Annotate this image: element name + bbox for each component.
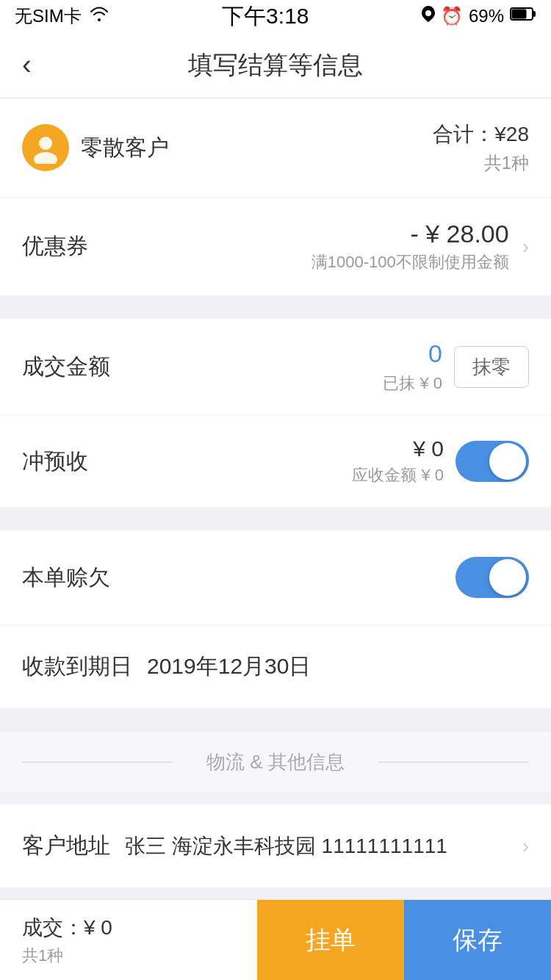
wifi-icon	[89, 6, 109, 26]
deal-amount-value: 0	[383, 339, 442, 368]
separator-4	[0, 793, 551, 804]
battery-percent: 69%	[469, 6, 504, 26]
coupon-desc: 满1000-100不限制使用金额	[311, 251, 509, 273]
customer-summary: 合计：¥28 共1种	[433, 120, 529, 175]
deal-amount-content: 0 已抹 ¥ 0	[383, 339, 442, 394]
hang-button[interactable]: 挂单	[257, 900, 404, 980]
status-bar-right: ⏰ 69%	[422, 6, 536, 26]
coupon-label: 优惠券	[22, 231, 88, 262]
carrier-text: 无SIM卡	[15, 4, 82, 28]
prepayment-toggle-container	[455, 441, 529, 482]
customer-total: 合计：¥28	[433, 120, 529, 148]
save-button[interactable]: 保存	[404, 900, 551, 980]
customer-section: 零散客户 合计：¥28 共1种 优惠券 - ¥ 28.00 满1000-100不…	[0, 98, 551, 295]
debt-toggle-container	[455, 557, 529, 598]
chevron-right-icon: ›	[522, 235, 529, 259]
customer-name: 零散客户	[81, 133, 169, 163]
svg-rect-1	[533, 11, 536, 17]
address-section: 客户地址 张三 海淀永丰科技园 11111111111 ›	[0, 804, 551, 887]
prepayment-row: 冲预收 ¥ 0 应收金额 ¥ 0	[0, 416, 551, 507]
alarm-icon: ⏰	[441, 6, 463, 26]
back-button[interactable]: ‹	[22, 49, 32, 81]
divider-right	[378, 762, 529, 763]
debt-section: 本单赊欠 收款到期日 2019年12月30日	[0, 530, 551, 708]
bottom-bar: 成交：¥ 0 共1种 挂单 保存	[0, 899, 551, 980]
status-time: 下午3:18	[222, 1, 309, 32]
debt-toggle[interactable]	[455, 557, 529, 598]
divider-left	[22, 762, 173, 763]
debt-row: 本单赊欠	[0, 530, 551, 624]
deal-amount-label: 成交金额	[22, 352, 110, 382]
logistics-label: 物流 & 其他信息	[206, 749, 345, 775]
deal-amount-row: 成交金额 0 已抹 ¥ 0 抹零	[0, 319, 551, 416]
svg-rect-2	[511, 10, 526, 19]
svg-point-4	[34, 152, 57, 164]
svg-point-3	[39, 137, 52, 150]
coupon-amount: - ¥ 28.00	[311, 220, 509, 248]
address-chevron-icon: ›	[522, 835, 529, 858]
amount-section: 成交金额 0 已抹 ¥ 0 抹零 冲预收 ¥ 0 应收金额 ¥ 0	[0, 319, 551, 507]
bottom-deal-info: 成交：¥ 0 共1种	[0, 900, 257, 980]
due-date-label: 收款到期日	[22, 652, 132, 682]
prepayment-toggle[interactable]	[455, 441, 529, 482]
coupon-content: - ¥ 28.00 满1000-100不限制使用金额	[311, 220, 509, 273]
nav-title: 填写结算等信息	[188, 48, 363, 82]
coupon-row[interactable]: 优惠券 - ¥ 28.00 满1000-100不限制使用金额 ›	[0, 197, 551, 295]
due-date-value: 2019年12月30日	[147, 652, 311, 682]
customer-row: 零散客户 合计：¥28 共1种	[0, 98, 551, 197]
debt-toggle-knob	[489, 559, 526, 596]
due-date-row: 收款到期日 2019年12月30日	[0, 624, 551, 708]
logistics-divider: 物流 & 其他信息	[0, 749, 551, 775]
debt-label: 本单赊欠	[22, 563, 110, 593]
battery-icon	[510, 6, 536, 26]
bottom-deal-text: 成交：¥ 0	[22, 914, 235, 942]
prepayment-value: ¥ 0	[352, 436, 444, 461]
bottom-deal-value: ¥ 0	[84, 916, 112, 939]
separator-1	[0, 307, 551, 319]
bottom-deal-label: 成交：	[22, 916, 84, 939]
prepayment-sub: 应收金额 ¥ 0	[352, 464, 444, 486]
address-label: 客户地址	[22, 831, 110, 861]
location-icon	[422, 6, 435, 26]
address-value: 张三 海淀永丰科技园 11111111111	[125, 832, 516, 860]
deal-amount-sub: 已抹 ¥ 0	[383, 372, 442, 394]
nav-bar: ‹ 填写结算等信息	[0, 32, 551, 98]
status-bar-left: 无SIM卡	[15, 4, 109, 28]
customer-count: 共1种	[433, 151, 529, 175]
customer-avatar	[22, 124, 69, 171]
address-chevron: ›	[516, 835, 529, 858]
prepayment-content: ¥ 0 应收金额 ¥ 0	[352, 436, 444, 486]
status-bar: 无SIM卡 下午3:18 ⏰ 69%	[0, 0, 551, 32]
prepayment-label: 冲预收	[22, 447, 88, 477]
deal-amount-right: 0 已抹 ¥ 0 抹零	[383, 339, 529, 394]
logistics-section: 物流 & 其他信息	[0, 732, 551, 793]
customer-left: 零散客户	[22, 124, 169, 171]
prepayment-toggle-knob	[489, 443, 526, 480]
address-row[interactable]: 客户地址 张三 海淀永丰科技园 11111111111 ›	[0, 804, 551, 887]
separator-2	[0, 519, 551, 530]
coupon-right: - ¥ 28.00 满1000-100不限制使用金额 ›	[311, 220, 529, 273]
bottom-count: 共1种	[22, 945, 235, 967]
round-zero-button[interactable]: 抹零	[454, 346, 529, 388]
prepayment-right: ¥ 0 应收金额 ¥ 0	[352, 436, 529, 486]
separator-3	[0, 720, 551, 732]
